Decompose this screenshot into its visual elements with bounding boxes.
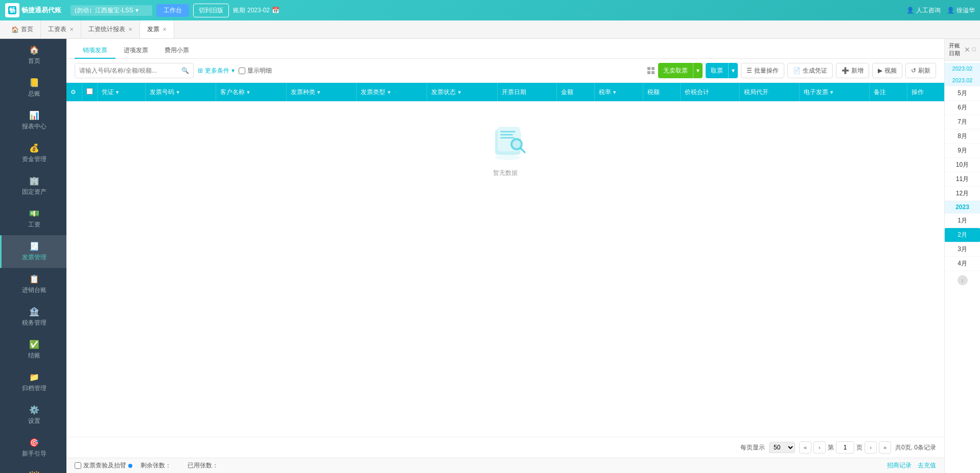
workbench-button[interactable]: 工作台 (156, 4, 189, 17)
th-settings[interactable]: ⚙ (66, 83, 82, 101)
sidebar-item-salary[interactable]: 💵 工资 (0, 202, 66, 235)
toolbar: 🔍 ⊞ 更多条件 ▾ 显示明细 无卖取票 ▾ (66, 59, 944, 83)
category-filter-icon[interactable]: ▼ (386, 89, 391, 95)
new-button[interactable]: ➕ 新增 (836, 63, 869, 78)
tab-invoice-close[interactable]: ✕ (162, 27, 167, 32)
tab-salary[interactable]: 工资表 ✕ (41, 20, 81, 38)
sidebar-item-archive[interactable]: 📁 归档管理 (0, 366, 66, 399)
sub-tab-expense-receipt[interactable]: 费用小票 (156, 43, 197, 59)
take-invoice-dropdown-icon[interactable]: ▾ (728, 63, 738, 78)
search-input[interactable] (75, 63, 177, 78)
period-2-active[interactable]: 2月 (945, 228, 980, 242)
take-invoice-button[interactable]: 取票 ▾ (706, 63, 738, 78)
tab-salary-report-close[interactable]: ✕ (128, 27, 132, 32)
batch-op-button[interactable]: ☰ 批量操作 (741, 63, 784, 78)
invoice-no-filter-icon[interactable]: ▼ (175, 89, 180, 95)
video-button[interactable]: ▶ 视频 (872, 63, 902, 78)
tax-icon: 🏦 (29, 307, 39, 317)
user-avatar[interactable]: 👤 徐溢华 (947, 6, 975, 15)
sidebar-item-settings[interactable]: ⚙️ 设置 (0, 399, 66, 432)
switch-old-button[interactable]: 切到旧版 (193, 4, 229, 17)
verify-checkbox[interactable] (75, 462, 81, 469)
sub-tab-purchase-invoice[interactable]: 进项发票 (115, 43, 156, 59)
prev-page-btn[interactable]: ‹ (813, 441, 826, 454)
last-page-btn[interactable]: » (879, 441, 891, 454)
period-6[interactable]: 6月 (945, 101, 980, 115)
period-11[interactable]: 11月 (945, 172, 980, 187)
logo-area: 畅 畅捷通易代账 (5, 3, 66, 17)
sidebar-item-reports[interactable]: 📊 报表中心 (0, 104, 66, 137)
search-icon[interactable]: 🔍 (177, 67, 193, 74)
sidebar-item-guide[interactable]: 🎯 新手引导 (0, 432, 66, 464)
per-page-select[interactable]: 50 10 20 100 (769, 442, 795, 453)
period-9[interactable]: 9月 (945, 144, 980, 158)
sidebar-item-invoice[interactable]: 🧾 发票管理 (0, 235, 66, 268)
tab-invoice[interactable]: 发票 ✕ (140, 20, 174, 38)
next-page-btn[interactable]: › (865, 441, 877, 454)
sidebar-item-sales[interactable]: 📋 进销台账 (0, 268, 66, 301)
tab-invoice-label: 发票 (147, 25, 159, 34)
calendar-icon[interactable]: 📅 (272, 7, 279, 14)
th-checkbox[interactable] (82, 83, 97, 101)
total-label: 共0页, 0条记录 (895, 443, 936, 452)
period-8[interactable]: 8月 (945, 129, 980, 144)
settings-icon: ⚙️ (29, 405, 39, 415)
svg-text:畅: 畅 (9, 7, 15, 14)
voucher-filter-icon[interactable]: ▼ (115, 89, 120, 95)
tax-rate-filter-icon[interactable]: ▼ (612, 89, 617, 95)
filter-button[interactable]: ⊞ 更多条件 ▾ (198, 66, 235, 75)
show-detail-checkbox[interactable]: 显示明细 (239, 66, 272, 75)
company-selector[interactable]: (勿动）江西服宝-LSS ▾ (71, 5, 152, 16)
period-1[interactable]: 1月 (945, 214, 980, 228)
refresh-button[interactable]: ↺ 刷新 (905, 63, 936, 78)
tab-salary-report[interactable]: 工资统计报表 ✕ (81, 20, 140, 38)
gen-voucher-button[interactable]: 📄 生成凭证 (787, 63, 833, 78)
panel-close-btn[interactable]: ✕ (964, 46, 970, 54)
tab-home[interactable]: 🏠 首页 (4, 20, 41, 38)
svg-rect-9 (500, 131, 516, 132)
period-7[interactable]: 7月 (945, 115, 980, 129)
svg-rect-3 (651, 67, 655, 70)
type-filter-icon[interactable]: ▼ (316, 89, 321, 95)
sub-tab-bar: 销项发票 进项发票 费用小票 (66, 39, 944, 59)
period-12[interactable]: 12月 (945, 187, 980, 201)
select-all-checkbox[interactable] (86, 88, 93, 95)
go-recharge-link[interactable]: 去充值 (918, 461, 936, 470)
sidebar-item-close-period[interactable]: ✅ 结账 (0, 333, 66, 366)
customer-filter-icon[interactable]: ▼ (246, 89, 251, 95)
period-4[interactable]: 4月 (945, 257, 980, 271)
first-page-btn[interactable]: « (799, 441, 811, 454)
page-unit: 页 (856, 443, 862, 452)
svg-point-6 (495, 155, 521, 160)
period-area: 账期 2023-02 📅 (233, 6, 279, 15)
page-input[interactable] (836, 441, 854, 454)
take-invoice-label: 取票 (706, 66, 728, 75)
show-detail-input[interactable] (239, 67, 245, 74)
no-invoice-button[interactable]: 无卖取票 ▾ (658, 63, 703, 78)
tab-bar: 🏠 首页 工资表 ✕ 工资统计报表 ✕ 发票 ✕ (0, 20, 980, 39)
panel-expand-btn[interactable]: □ (972, 46, 976, 54)
service-icon: 👤 (906, 7, 914, 14)
sidebar-item-member[interactable]: 👑 畅会员 (0, 464, 66, 473)
user-service[interactable]: 👤 人工咨询 (906, 6, 941, 15)
sidebar-item-ledger[interactable]: 📒 总账 (0, 72, 66, 104)
th-issue-date: 开票日期 (497, 83, 556, 101)
new-icon: ➕ (842, 67, 849, 74)
sidebar-item-funds[interactable]: 💰 资金管理 (0, 137, 66, 170)
electronic-filter-icon[interactable]: ▼ (829, 89, 834, 95)
th-electronic: 电子发票▼ (799, 83, 870, 101)
no-invoice-dropdown-icon[interactable]: ▾ (693, 63, 703, 78)
sidebar-guide-label: 新手引导 (22, 449, 46, 458)
sidebar-item-home[interactable]: 🏠 首页 (0, 39, 66, 72)
grid-view-icon[interactable] (647, 66, 655, 75)
recharge-record-link[interactable]: 招商记录 (887, 461, 912, 470)
tab-salary-close[interactable]: ✕ (69, 27, 74, 32)
period-5[interactable]: 5月 (945, 86, 980, 101)
status-filter-icon[interactable]: ▼ (457, 89, 462, 95)
svg-rect-2 (647, 67, 650, 70)
sidebar-item-assets[interactable]: 🏢 固定资产 (0, 170, 66, 202)
period-3[interactable]: 3月 (945, 242, 980, 257)
period-10[interactable]: 10月 (945, 158, 980, 172)
sub-tab-sales-invoice[interactable]: 销项发票 (75, 43, 115, 59)
sidebar-item-tax[interactable]: 🏦 税务管理 (0, 301, 66, 333)
